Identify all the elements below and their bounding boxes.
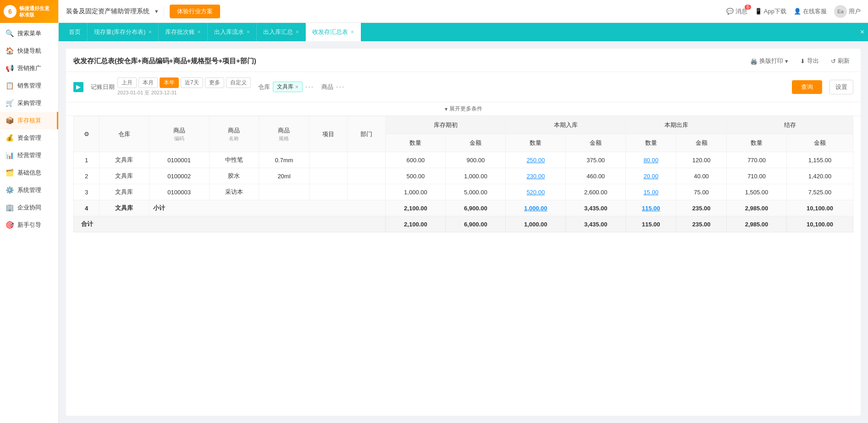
th-opening-amt: 金额 xyxy=(446,134,506,152)
cell-product-name: 胶水 xyxy=(209,168,259,184)
sidebar-item-enterprise[interactable]: 🏢企业协同 xyxy=(0,199,58,216)
sidebar-icon-finance: 💰 xyxy=(6,134,14,142)
cell-out-qty[interactable]: 80.00 xyxy=(626,152,676,168)
cell-balance-amt: 7,525.00 xyxy=(787,184,853,200)
date-btn-row: 上月 本月 本年 近7天 更多 自定义 xyxy=(117,77,251,88)
warehouse-more-dots[interactable]: ··· xyxy=(305,83,314,91)
print-btn[interactable]: 🖨️ 换版打印 ▾ xyxy=(746,55,792,67)
cell-in-qty[interactable]: 230.00 xyxy=(506,168,566,184)
sidebar-label-sales: 销售管理 xyxy=(17,82,41,90)
sidebar-item-finance[interactable]: 💰资金管理 xyxy=(0,129,58,147)
sidebar-item-inventory[interactable]: 📦库存核算 xyxy=(0,112,58,129)
warehouse-tag: 文具库 × xyxy=(273,82,303,92)
avatar: Ea xyxy=(834,5,847,18)
date-filter-group: 记账日期 上月 本月 本年 近7天 更多 自定义 2023-01-01 至 20… xyxy=(91,77,251,96)
cell-department xyxy=(348,168,386,184)
tab-bar-close[interactable]: × xyxy=(860,28,864,36)
expand-conditions-btn[interactable]: ▾ 展开更多条件 xyxy=(445,105,482,113)
cell-out-qty[interactable]: 20.00 xyxy=(626,168,676,184)
date-btn-this-month[interactable]: 本月 xyxy=(138,77,158,88)
sidebar-label-search: 搜索菜单 xyxy=(17,29,41,38)
sidebar-item-system[interactable]: ⚙️系统管理 xyxy=(0,181,58,199)
total-out-amt: 235.00 xyxy=(676,216,727,232)
warehouse-tag-close[interactable]: × xyxy=(295,84,299,90)
cell-warehouse: 文具库 xyxy=(100,152,149,168)
settings-icon: ⚙ xyxy=(84,131,89,137)
app-download-item[interactable]: 📱 App下载 xyxy=(755,7,786,16)
date-btn-more[interactable]: 更多 xyxy=(205,77,224,88)
subtotal-in-qty[interactable]: 1,000.00 xyxy=(506,200,566,216)
th-in-group: 本期入库 xyxy=(506,116,626,134)
sidebar-item-basic[interactable]: 🗂️基础信息 xyxy=(0,164,58,181)
refresh-btn[interactable]: ↺ 刷新 xyxy=(827,55,853,67)
notification-item[interactable]: 💬 消息 6 xyxy=(726,7,747,16)
sidebar-label-marketing: 营销推广 xyxy=(17,64,41,72)
sidebar-item-search[interactable]: 🔍搜索菜单 xyxy=(0,25,58,42)
cell-out-qty[interactable]: 15.00 xyxy=(626,184,676,200)
subtotal-row: 4 文具库 小计 2,100.00 6,900.00 1,000.00 3,43… xyxy=(74,200,853,216)
th-project: 项目 xyxy=(309,116,347,152)
sidebar-item-business[interactable]: 📊经营管理 xyxy=(0,147,58,164)
table-row: 3 文具库 0100003 采访本 1,000.00 5,000.00 520.… xyxy=(74,184,853,200)
tab-inout-flow[interactable]: 出入库流水 × xyxy=(208,23,257,41)
cell-balance-amt: 1,155.00 xyxy=(787,152,853,168)
th-settings[interactable]: ⚙ xyxy=(74,116,100,152)
sidebar-item-purchase[interactable]: 🛒采购管理 xyxy=(0,94,58,112)
tab-inout-flow-label: 出入库流水 xyxy=(214,28,244,36)
cell-balance-qty: 710.00 xyxy=(727,168,787,184)
tab-stock-dist[interactable]: 现存量(库存分布表) × xyxy=(88,23,159,41)
table-row: 1 文具库 0100001 中性笔 0.7mm 600.00 900.00 25… xyxy=(74,152,853,168)
filter-collapse-btn[interactable]: ▶ xyxy=(73,82,83,92)
date-btn-this-year[interactable]: 本年 xyxy=(160,77,179,88)
tab-inout-summary-close[interactable]: × xyxy=(296,29,299,35)
th-balance-group: 结存 xyxy=(727,116,853,134)
sidebar-logo: 6 畅捷通好生意 标准版 xyxy=(0,0,58,23)
subtotal-label: 小计 xyxy=(149,200,386,216)
subtotal-balance-qty: 2,985.00 xyxy=(727,200,787,216)
online-service-item[interactable]: 👤 在线客服 xyxy=(794,7,827,16)
export-btn[interactable]: ⬇ 导出 xyxy=(796,55,823,67)
total-row: 合计 2,100.00 6,900.00 1,000.00 3,435.00 1… xyxy=(74,216,853,232)
cell-project xyxy=(309,152,347,168)
tab-home[interactable]: 首页 xyxy=(62,23,88,41)
sidebar-icon-sales: 📋 xyxy=(6,82,14,90)
tab-stock-dist-close[interactable]: × xyxy=(149,29,152,35)
tab-recv-send-summary-close[interactable]: × xyxy=(351,29,354,35)
sidebar-item-marketing[interactable]: 📢营销推广 xyxy=(0,60,58,77)
sidebar-icon-enterprise: 🏢 xyxy=(6,203,14,212)
tab-batch-acct[interactable]: 库存批次账 × xyxy=(159,23,208,41)
sidebar-label-business: 经营管理 xyxy=(17,151,41,159)
subtotal-out-qty[interactable]: 115.00 xyxy=(626,200,676,216)
sidebar-item-newbie[interactable]: 🎯新手引导 xyxy=(0,216,58,234)
tab-inout-summary[interactable]: 出入库汇总 × xyxy=(257,23,306,41)
date-btn-last-month[interactable]: 上月 xyxy=(117,77,137,88)
cell-in-qty[interactable]: 520.00 xyxy=(506,184,566,200)
tab-batch-acct-close[interactable]: × xyxy=(198,29,201,35)
cell-department xyxy=(348,152,386,168)
trial-btn[interactable]: 体验行业方案 xyxy=(170,5,220,18)
system-dropdown[interactable]: ▾ xyxy=(155,8,158,15)
subtotal-warehouse: 文具库 xyxy=(100,200,149,216)
date-btn-7days[interactable]: 近7天 xyxy=(181,77,203,88)
cell-product-name: 中性笔 xyxy=(209,152,259,168)
cell-opening-qty: 1,000.00 xyxy=(386,184,446,200)
date-btn-custom[interactable]: 自定义 xyxy=(226,77,251,88)
cell-in-amt: 375.00 xyxy=(566,152,626,168)
filter-settings-btn[interactable]: 设置 xyxy=(829,80,853,94)
tab-inout-flow-close[interactable]: × xyxy=(247,29,250,35)
product-filter-group: 商品 ··· xyxy=(321,83,345,91)
page-header: 收发存汇总表(按仓库+商品编码+商品+规格型号+项目+部门) 🖨️ 换版打印 ▾… xyxy=(66,49,861,72)
tab-recv-send-summary[interactable]: 收发存汇总表 × xyxy=(306,23,361,41)
sidebar-item-quick-nav[interactable]: 🏠快捷导航 xyxy=(0,42,58,60)
user-item[interactable]: Ea 用户 xyxy=(834,5,861,18)
cell-balance-qty: 1,505.00 xyxy=(727,184,787,200)
cell-in-qty[interactable]: 250.00 xyxy=(506,152,566,168)
query-btn[interactable]: 查询 xyxy=(792,80,822,94)
cell-opening-amt: 1,000.00 xyxy=(446,168,506,184)
product-more-dots[interactable]: ··· xyxy=(336,83,345,91)
sidebar-item-sales[interactable]: 📋销售管理 xyxy=(0,77,58,94)
tab-batch-acct-label: 库存批次账 xyxy=(165,28,195,36)
cell-opening-amt: 5,000.00 xyxy=(446,184,506,200)
warehouse-label: 仓库 xyxy=(258,83,270,91)
tab-bar: 首页 现存量(库存分布表) × 库存批次账 × 出入库流水 × 出入库汇总 × … xyxy=(59,23,868,41)
